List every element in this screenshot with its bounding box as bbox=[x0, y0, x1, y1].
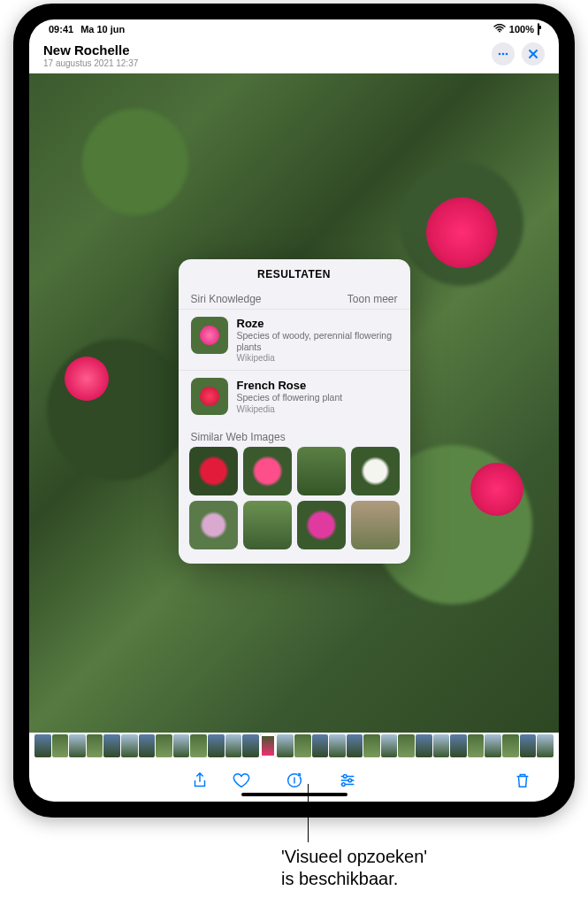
thumbnail[interactable] bbox=[520, 734, 537, 757]
knowledge-item-french-rose[interactable]: French Rose Species of flowering plant W… bbox=[179, 370, 410, 422]
callout-leader-line bbox=[308, 784, 309, 842]
web-image[interactable] bbox=[351, 501, 400, 549]
knowledge-item-roze[interactable]: Roze Species of woody, perennial floweri… bbox=[179, 309, 410, 370]
thumbnail[interactable] bbox=[87, 734, 103, 757]
svg-point-9 bbox=[341, 783, 345, 787]
rose-decoration bbox=[470, 463, 523, 516]
page-subtitle: 17 augustus 2021 12:37 bbox=[43, 58, 138, 68]
ipad-frame: 09:41 Ma 10 jun 100% New Rochelle 17 aug… bbox=[13, 4, 575, 818]
battery-icon bbox=[538, 24, 539, 35]
rose-decoration bbox=[65, 357, 109, 401]
svg-point-0 bbox=[499, 31, 500, 33]
thumbnail[interactable] bbox=[398, 734, 415, 757]
thumbnail[interactable] bbox=[156, 734, 172, 757]
thumbnail-current[interactable] bbox=[260, 734, 277, 757]
thumbnail[interactable] bbox=[329, 734, 346, 757]
thumbnail[interactable] bbox=[537, 734, 554, 757]
knowledge-source: Wikipedia bbox=[237, 404, 343, 414]
status-date: Ma 10 jun bbox=[80, 24, 125, 35]
knowledge-thumb bbox=[191, 378, 228, 415]
share-button[interactable] bbox=[188, 769, 211, 792]
thumbnail[interactable] bbox=[242, 734, 259, 757]
rose-decoration bbox=[426, 197, 497, 268]
svg-rect-5 bbox=[294, 777, 294, 783]
status-time: 09:41 bbox=[49, 24, 73, 35]
knowledge-desc: Species of flowering plant bbox=[237, 392, 343, 403]
web-image[interactable] bbox=[189, 447, 238, 495]
thumbnail[interactable] bbox=[121, 734, 138, 757]
similar-web-images-label: Similar Web Images bbox=[179, 422, 410, 447]
thumbnail[interactable] bbox=[381, 734, 398, 757]
thumbnail[interactable] bbox=[468, 734, 485, 757]
battery-percent: 100% bbox=[509, 24, 534, 35]
thumbnail[interactable] bbox=[34, 734, 51, 757]
web-image[interactable] bbox=[351, 447, 400, 495]
page-title: New Rochelle bbox=[43, 42, 138, 58]
web-image[interactable] bbox=[243, 447, 292, 495]
web-image[interactable] bbox=[297, 447, 346, 495]
thumbnail[interactable] bbox=[139, 734, 156, 757]
close-button[interactable] bbox=[522, 42, 545, 65]
delete-button[interactable] bbox=[511, 769, 534, 792]
home-indicator[interactable] bbox=[241, 793, 347, 796]
knowledge-title: Roze bbox=[237, 317, 398, 330]
favorite-button[interactable] bbox=[230, 769, 253, 792]
svg-point-1 bbox=[499, 53, 501, 56]
web-image[interactable] bbox=[243, 501, 292, 549]
thumbnail[interactable] bbox=[208, 734, 225, 757]
knowledge-title: French Rose bbox=[237, 379, 343, 392]
more-button[interactable] bbox=[492, 42, 515, 65]
ipad-screen: 09:41 Ma 10 jun 100% New Rochelle 17 aug… bbox=[29, 19, 559, 802]
thumbnail[interactable] bbox=[52, 734, 69, 757]
status-bar: 09:41 Ma 10 jun 100% bbox=[29, 19, 559, 39]
svg-point-8 bbox=[347, 779, 351, 782]
thumbnail[interactable] bbox=[173, 734, 190, 757]
visual-lookup-results: RESULTATEN Siri Knowledge Toon meer Roze… bbox=[179, 259, 410, 564]
foliage-decoration bbox=[82, 109, 188, 215]
thumbnail[interactable] bbox=[485, 734, 501, 757]
photo-toolbar bbox=[29, 759, 559, 802]
similar-web-images-grid bbox=[179, 447, 410, 555]
knowledge-desc: Species of woody, perennial flowering pl… bbox=[237, 330, 398, 352]
callout-text: 'Visueel opzoeken' is beschikbaar. bbox=[281, 846, 427, 890]
thumbnail[interactable] bbox=[433, 734, 450, 757]
thumbnail[interactable] bbox=[225, 734, 242, 757]
photo-header: New Rochelle 17 augustus 2021 12:37 bbox=[29, 39, 559, 73]
foliage-decoration bbox=[47, 339, 188, 480]
web-image[interactable] bbox=[189, 501, 238, 549]
knowledge-thumb bbox=[191, 317, 228, 354]
results-title: RESULTATEN bbox=[179, 268, 410, 288]
thumbnail[interactable] bbox=[416, 734, 432, 757]
thumbnail[interactable] bbox=[347, 734, 363, 757]
thumbnail[interactable] bbox=[190, 734, 207, 757]
wifi-icon bbox=[493, 24, 506, 35]
thumbnail[interactable] bbox=[103, 734, 120, 757]
photo-view[interactable]: RESULTATEN Siri Knowledge Toon meer Roze… bbox=[29, 73, 559, 733]
visual-lookup-button[interactable] bbox=[283, 769, 306, 792]
thumbnail[interactable] bbox=[294, 734, 311, 757]
thumbnail[interactable] bbox=[69, 734, 86, 757]
svg-point-3 bbox=[506, 53, 508, 56]
thumbnail[interactable] bbox=[312, 734, 329, 757]
thumbnail[interactable] bbox=[363, 734, 380, 757]
svg-point-2 bbox=[502, 53, 505, 56]
svg-point-7 bbox=[343, 775, 347, 779]
siri-knowledge-label: Siri Knowledge bbox=[191, 293, 262, 305]
web-image[interactable] bbox=[297, 501, 346, 549]
thumbnail[interactable] bbox=[450, 734, 467, 757]
thumbnail-strip[interactable] bbox=[29, 733, 559, 759]
show-more-button[interactable]: Toon meer bbox=[347, 293, 398, 305]
thumbnail[interactable] bbox=[502, 734, 519, 757]
thumbnail[interactable] bbox=[277, 734, 294, 757]
edit-button[interactable] bbox=[336, 769, 359, 792]
knowledge-source: Wikipedia bbox=[237, 353, 398, 363]
